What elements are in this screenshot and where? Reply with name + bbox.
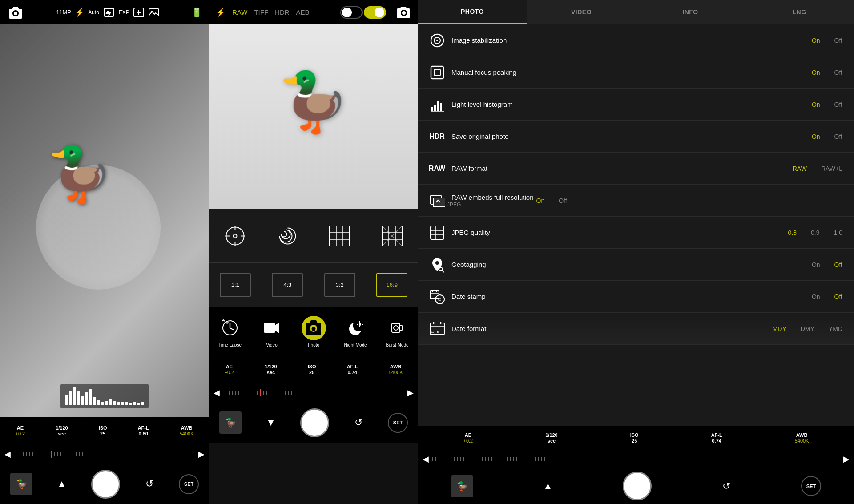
shutter-item: 1/120 sec [56,425,68,436]
setting-raw-embed: RAW embeds full resolution JPEG On Off [418,185,854,217]
left-timer-button[interactable]: ↺ [141,475,158,493]
left-set-button[interactable]: SET [179,474,199,494]
geotagging-on[interactable]: On [809,259,823,270]
flash-mode-label: Auto [88,9,99,16]
jpeg-quality-08[interactable]: 0.8 [786,227,799,238]
aspect-4-3[interactable]: 4:3 [272,273,303,297]
middle-camera-capture-icon[interactable] [396,6,411,19]
hdr-save-on[interactable]: On [809,131,823,142]
tab-lng[interactable]: LNG [745,0,854,24]
date-stamp-off[interactable]: Off [832,291,845,302]
right-slider-arrow-left[interactable]: ◀ [423,454,429,464]
left-thumbnail[interactable]: 🦆 [10,473,32,495]
svg-rect-48 [433,198,445,207]
histogram-on[interactable]: On [809,99,823,110]
mode-timelapse[interactable]: Time Lapse [218,316,242,347]
right-shutter-button[interactable] [623,472,652,500]
mode-burst[interactable]: Burst Mode [385,316,410,347]
left-camera-view: 🦆 [0,24,209,417]
toggle-off[interactable] [340,6,363,19]
tab-video[interactable]: VIDEO [527,0,636,24]
raw-format-rawl[interactable]: RAW+L [818,163,845,174]
tab-info[interactable]: INFO [636,0,745,24]
date-format-mdy[interactable]: MDY [770,323,789,334]
middle-set-button[interactable]: SET [388,413,408,433]
setting-date-stamp: © Date stamp On Off [418,281,854,313]
right-chevron-up[interactable]: ▲ [539,477,557,495]
format-tab-hdr[interactable]: HDR [275,8,290,16]
right-ae-value: +0.2 [463,438,473,444]
right-slider-track [432,456,840,463]
stabilize-off[interactable]: Off [832,35,845,46]
left-shutter-button[interactable] [91,470,120,499]
tab-photo[interactable]: PHOTO [418,0,527,24]
histogram-off[interactable]: Off [832,99,845,110]
right-thumbnail[interactable]: 🦆 [451,475,473,497]
right-timer-button[interactable]: ↺ [717,477,735,495]
geotagging-off[interactable]: Off [832,259,845,270]
vf-spiral-icon[interactable] [271,219,304,253]
battery-icon: 🔋 [191,7,202,18]
stabilize-options: On Off [809,35,845,46]
vf-thirds-icon[interactable] [375,219,409,253]
right-bottom: AE +0.2 1/120 sec ISO 25 AF-L 0.74 AWB 5… [418,426,854,504]
date-format-dmy[interactable]: DMY [798,323,817,334]
left-top-bar: 11MP ⚡ Auto EXP 🔋 [0,0,209,24]
jpeg-quality-09[interactable]: 0.9 [808,227,822,238]
right-shutter-sub: sec [548,438,556,444]
vf-crosshair-icon[interactable] [218,219,252,253]
svg-rect-42 [431,107,433,111]
focus-peaking-off[interactable]: Off [832,67,845,78]
mode-bar: Time Lapse Video Photo [209,307,418,356]
mode-night[interactable]: Night Mode [343,316,368,347]
raw-embed-off[interactable]: Off [556,195,569,206]
toggle-on[interactable] [364,6,386,19]
hdr-save-off[interactable]: Off [832,131,845,142]
jpeg-quality-10[interactable]: 1.0 [831,227,845,238]
date-format-ymd[interactable]: YMD [826,323,845,334]
middle-awb-label: AWB [390,364,402,369]
middle-chevron-down[interactable]: ▼ [262,414,280,431]
format-tab-aeb[interactable]: AEB [296,8,310,16]
middle-shutter-button[interactable] [300,408,329,437]
middle-timer-button[interactable]: ↺ [350,414,367,431]
middle-slider-arrow-left[interactable]: ◀ [214,388,220,398]
setting-hdr-save: HDR Save original photo On Off [418,121,854,153]
raw-embed-on[interactable]: On [534,195,548,206]
photo-label: Photo [308,343,319,347]
toggle-switch[interactable] [340,6,386,19]
svg-point-54 [435,261,439,265]
date-format-label: Date format [451,325,770,332]
left-slider-row: ◀ ▶ [0,444,209,464]
focus-peaking-on[interactable]: On [809,67,823,78]
aspect-3-2[interactable]: 3:2 [324,273,355,297]
middle-slider-row: ◀ ▶ [209,383,418,403]
right-slider-arrow-right[interactable]: ▶ [843,454,850,464]
shutter-label: 1/120 [56,425,68,431]
middle-awb-value: 5400K [389,370,403,375]
flash-mode-icon [103,7,115,18]
raw-format-raw[interactable]: RAW [790,163,810,174]
histogram-icon [427,94,447,114]
iso-item: ISO 25 [99,425,107,436]
af-label: AF-L [138,425,149,431]
toggle-knob-off [342,8,352,17]
raw-format-label: RAW format [451,165,790,172]
date-stamp-on[interactable]: On [809,291,823,302]
left-chevron-up[interactable]: ▲ [53,475,71,493]
vf-grid-icon[interactable] [323,219,356,253]
mode-video[interactable]: Video [260,316,284,347]
setting-histogram: Light level histogram On Off [418,89,854,121]
mode-photo[interactable]: Photo [302,316,326,347]
middle-slider-arrow-right[interactable]: ▶ [407,388,414,398]
left-slider-arrow-right[interactable]: ▶ [198,449,205,459]
right-set-button[interactable]: SET [801,476,821,496]
aspect-1-1[interactable]: 1:1 [220,273,251,297]
format-tab-raw[interactable]: RAW [232,8,247,16]
stabilize-on[interactable]: On [809,35,823,46]
aspect-16-9[interactable]: 16:9 [376,273,407,297]
left-slider-arrow-left[interactable]: ◀ [4,449,11,459]
format-tab-tiff[interactable]: TIFF [254,8,268,16]
svg-rect-28 [264,323,275,333]
middle-thumbnail[interactable]: 🦆 [219,411,242,434]
